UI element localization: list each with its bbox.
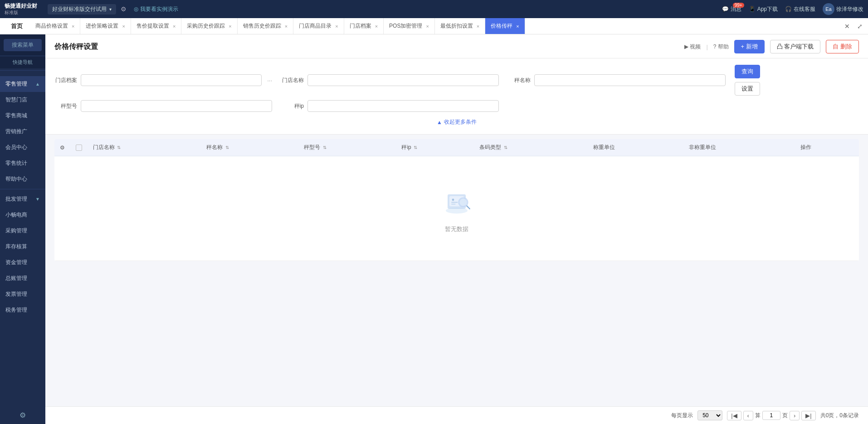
sidebar-item-inventory[interactable]: 库存核算 bbox=[0, 239, 45, 255]
close-window-icon[interactable]: ✕ bbox=[843, 21, 852, 32]
close-icon[interactable]: × bbox=[335, 24, 338, 29]
logo-title: 畅捷通好业财 bbox=[5, 3, 41, 10]
tab-sales-history[interactable]: 销售历史价跟踪 × bbox=[238, 18, 293, 34]
app-download-label: App下载 bbox=[757, 5, 778, 13]
version-selector[interactable]: 好业财标准版交付试用 ▾ bbox=[48, 4, 116, 14]
svg-rect-8 bbox=[451, 204, 456, 205]
sidebar-item-ledger[interactable]: 总账管理 bbox=[0, 270, 45, 286]
query-button[interactable]: 查询 bbox=[735, 65, 760, 78]
delete-button[interactable]: 自 删除 bbox=[826, 40, 859, 53]
store-archive-picker-icon[interactable]: ··· bbox=[267, 77, 272, 84]
fullscreen-icon[interactable]: ⤢ bbox=[855, 21, 864, 32]
close-icon[interactable]: × bbox=[122, 24, 125, 29]
close-icon[interactable]: × bbox=[516, 24, 519, 29]
message-icon: 💬 bbox=[722, 6, 729, 12]
svg-point-6 bbox=[452, 199, 454, 201]
close-icon[interactable]: × bbox=[72, 24, 74, 29]
page-size-select[interactable]: 10 20 50 100 bbox=[697, 410, 722, 420]
select-all-checkbox[interactable] bbox=[76, 145, 82, 151]
video-link[interactable]: ▶ 视频 bbox=[684, 43, 701, 51]
add-button[interactable]: + 新增 bbox=[734, 40, 765, 53]
sidebar-item-ecommerce[interactable]: 小畅电商 bbox=[0, 207, 45, 223]
close-icon[interactable]: × bbox=[285, 24, 288, 29]
sidebar-item-member-center[interactable]: 会员中心 bbox=[0, 140, 45, 155]
sidebar-bottom: ⚙ bbox=[0, 406, 45, 424]
scale-ip-label: 秤ip bbox=[281, 102, 304, 110]
logo-sub: 标准版 bbox=[5, 10, 41, 15]
set-button[interactable]: 设置 bbox=[735, 82, 760, 96]
pagination-nav: |◀ ‹ 算 页 › ▶| bbox=[727, 411, 815, 420]
collapse-filter-button[interactable]: ▲ 收起更多条件 bbox=[54, 116, 859, 128]
sidebar-item-help-center[interactable]: 帮助中心 bbox=[0, 171, 45, 187]
store-name-input[interactable] bbox=[307, 74, 499, 86]
sidebar-item-wholesale[interactable]: 批发管理 ▼ bbox=[0, 191, 45, 207]
online-service-button[interactable]: 🎧 在线客服 bbox=[785, 5, 815, 13]
store-archive-filter: 门店档案 ··· bbox=[54, 74, 272, 86]
close-icon[interactable]: × bbox=[426, 24, 429, 29]
scale-model-input[interactable] bbox=[81, 100, 272, 112]
close-icon[interactable]: × bbox=[229, 24, 231, 29]
filter-area: 门店档案 ··· 门店名称 秤名称 查询 设置 bbox=[45, 58, 868, 135]
store-archive-input[interactable] bbox=[81, 74, 262, 86]
sidebar-item-marketing[interactable]: 营销推广 bbox=[0, 124, 45, 140]
sidebar-item-finance[interactable]: 资金管理 bbox=[0, 255, 45, 270]
chevron-down-icon: ▾ bbox=[109, 7, 112, 12]
tab-sale-extract[interactable]: 售价提取设置 × bbox=[131, 18, 181, 34]
scale-ip-input[interactable] bbox=[307, 100, 499, 112]
store-name-label: 门店名称 bbox=[281, 77, 304, 84]
app-download-button[interactable]: 📱 App下载 bbox=[749, 5, 778, 13]
chevron-up-icon: ▲ bbox=[35, 82, 40, 87]
search-menu-button[interactable]: 搜索菜单 bbox=[4, 39, 42, 51]
sidebar-item-retail-management[interactable]: 零售管理 ▲ bbox=[0, 76, 45, 92]
nav-right-buttons: ✕ ⤢ bbox=[843, 21, 864, 32]
scale-name-filter: 秤名称 bbox=[508, 74, 726, 86]
quick-nav-link[interactable]: 快捷导航 bbox=[0, 56, 45, 68]
close-icon[interactable]: × bbox=[477, 24, 479, 29]
sidebar: 搜索菜单 快捷导航 零售管理 ▲ 智慧门店 零售商城 营销推广 会员中心 零售统… bbox=[0, 34, 45, 424]
th-operation: 操作 bbox=[795, 139, 859, 156]
tab-store-archive[interactable]: 门店档案 × bbox=[344, 18, 384, 34]
help-link[interactable]: ? 帮助 bbox=[713, 43, 729, 51]
page-number-input[interactable] bbox=[762, 411, 780, 420]
sort-icon: ⇅ bbox=[414, 145, 417, 150]
sidebar-item-retail-stats[interactable]: 零售统计 bbox=[0, 155, 45, 171]
th-non-weight-unit: 非称重单位 bbox=[683, 139, 795, 156]
th-barcode-type: 条码类型 ⇅ bbox=[474, 139, 587, 156]
table-container: ⚙ 门店名称 ⇅ 秤名称 ⇅ bbox=[45, 135, 868, 406]
download-client-button[interactable]: 凸 客户端下载 bbox=[770, 40, 821, 53]
scale-name-input[interactable] bbox=[534, 74, 726, 86]
sidebar-item-invoice[interactable]: 发票管理 bbox=[0, 286, 45, 302]
prev-page-button[interactable]: ‹ bbox=[743, 411, 753, 420]
page-algo-label: 算 bbox=[755, 412, 761, 419]
th-scale-name: 秤名称 ⇅ bbox=[201, 139, 298, 156]
table-gear-icon[interactable]: ⚙ bbox=[60, 145, 65, 151]
close-icon[interactable]: × bbox=[173, 24, 176, 29]
tab-price-settings[interactable]: 商品价格设置 × bbox=[30, 18, 80, 34]
user-menu[interactable]: Ea 徐泽华修改 bbox=[823, 3, 863, 15]
tab-store-catalog[interactable]: 门店商品目录 × bbox=[293, 18, 344, 34]
nav-tabs: 首页 商品价格设置 × 进价策略设置 × 售价提取设置 × 采购历史价跟踪 × … bbox=[0, 18, 868, 34]
settings-icon[interactable]: ⚙ bbox=[119, 4, 128, 14]
last-page-button[interactable]: ▶| bbox=[801, 411, 815, 420]
sidebar-item-tax[interactable]: 税务管理 bbox=[0, 302, 45, 318]
first-page-button[interactable]: |◀ bbox=[727, 411, 741, 420]
messages-button[interactable]: 💬 消息 99+ bbox=[722, 5, 741, 13]
sidebar-item-smart-store[interactable]: 智慧门店 bbox=[0, 92, 45, 108]
close-icon[interactable]: × bbox=[375, 24, 378, 29]
empty-illustration bbox=[439, 183, 475, 220]
demo-link[interactable]: ◎ 我要看实例演示 bbox=[134, 5, 178, 13]
sidebar-settings-icon[interactable]: ⚙ bbox=[20, 411, 26, 419]
tab-min-discount[interactable]: 最低折扣设置 × bbox=[435, 18, 485, 34]
next-page-button[interactable]: › bbox=[790, 411, 800, 420]
th-weight-unit: 称重单位 bbox=[588, 139, 683, 156]
total-info: 共0页，0条记录 bbox=[820, 412, 859, 419]
sort-icon: ⇅ bbox=[117, 145, 121, 150]
tab-purchase-strategy[interactable]: 进价策略设置 × bbox=[80, 18, 131, 34]
tab-purchase-history[interactable]: 采购历史价跟踪 × bbox=[181, 18, 237, 34]
online-service-label: 在线客服 bbox=[794, 5, 815, 13]
tab-pos-management[interactable]: POS加密管理 × bbox=[384, 18, 435, 34]
sidebar-item-retail-mall[interactable]: 零售商城 bbox=[0, 108, 45, 124]
sidebar-item-purchase[interactable]: 采购管理 bbox=[0, 223, 45, 239]
tab-price-scale[interactable]: 价格传秤 × bbox=[485, 18, 525, 34]
tab-home[interactable]: 首页 bbox=[4, 22, 30, 30]
